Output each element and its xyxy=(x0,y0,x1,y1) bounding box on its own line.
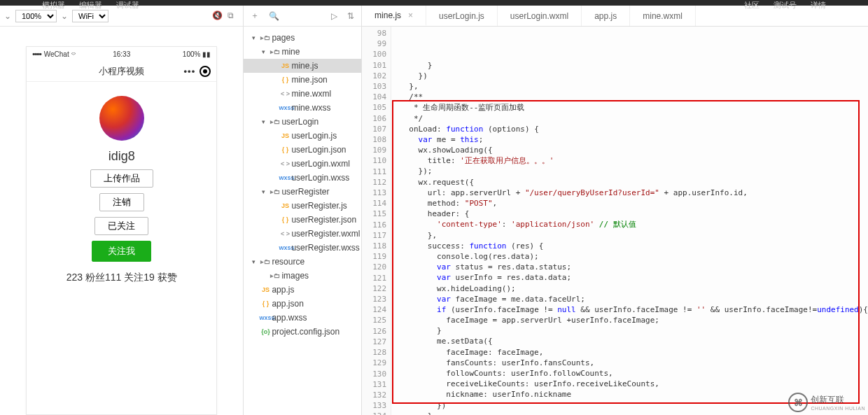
code-line[interactable]: fansCounts: userInfo.fansCounts, xyxy=(400,358,868,368)
code-line[interactable]: var userInfo = res.data.data; xyxy=(400,272,868,283)
tree-item-userLogin[interactable]: ▾▸🗀userLogin xyxy=(244,115,361,129)
folder-icon: ▸🗀 xyxy=(269,48,281,55)
tree-item-userLogin-json[interactable]: { }userLogin.json xyxy=(244,143,361,157)
add-file-icon[interactable]: ＋ xyxy=(251,10,259,22)
code-line[interactable]: faceImage = app.serverUrl +userInfo.face… xyxy=(400,315,868,325)
tree-item-mine-js[interactable]: JSmine.js xyxy=(244,59,361,73)
code-line[interactable]: 'content-type': 'application/json' // 默认… xyxy=(400,219,868,230)
code-line[interactable]: } xyxy=(400,325,868,336)
tree-item-project-config-json[interactable]: {o}project.config.json xyxy=(244,325,361,339)
status-time: 16:33 xyxy=(113,50,130,58)
file-tree[interactable]: ▾▸🗀pages▾▸🗀mineJSmine.js{ }mine.json< >m… xyxy=(244,27,361,415)
avatar[interactable] xyxy=(99,96,144,141)
like-count: 19 获赞 xyxy=(144,272,176,284)
tree-item-userRegister-wxml[interactable]: < >userRegister.wxml xyxy=(244,227,361,241)
code-line[interactable]: /** xyxy=(400,92,868,102)
menu-community[interactable]: 社区 xyxy=(744,0,760,6)
tree-item-resource[interactable]: ▾▸🗀resource xyxy=(244,255,361,269)
logout-button[interactable]: 注销 xyxy=(99,193,144,211)
code-line[interactable]: receiveLikeCounts: userInfo.receiveLikeC… xyxy=(400,379,868,389)
tree-item-userRegister-wxss[interactable]: wxssuserRegister.wxss xyxy=(244,241,361,255)
tree-item-userLogin-wxml[interactable]: < >userLogin.wxml xyxy=(244,157,361,171)
code-line[interactable]: url: app.serverUrl + "/user/queryByUserI… xyxy=(400,188,868,198)
tree-item-mine-wxml[interactable]: < >mine.wxml xyxy=(244,87,361,101)
menu-editor[interactable]: 编辑器 xyxy=(79,0,102,6)
code-line[interactable]: var status = res.data.status; xyxy=(400,262,868,272)
code-line[interactable]: me.setData({ xyxy=(400,336,868,346)
mute-icon[interactable]: 🔇 xyxy=(212,10,223,22)
code-line[interactable]: faceImage: faceImage, xyxy=(400,347,868,358)
code-line[interactable]: */ xyxy=(400,113,868,124)
code-line[interactable]: wx.showLoading({ xyxy=(400,145,868,155)
tab-label: userLogin.wxml xyxy=(510,11,568,21)
tree-toolbar: ＋ 🔍 ▷ ⇅ xyxy=(244,6,361,27)
tab-userLogin-js[interactable]: userLogin.js xyxy=(426,6,498,26)
config-icon: {o} xyxy=(259,328,272,335)
tree-item-userRegister[interactable]: ▾▸🗀userRegister xyxy=(244,185,361,199)
code-line[interactable]: title: '正在获取用户信息。。。' xyxy=(400,155,868,166)
code-line[interactable]: }); xyxy=(400,166,868,176)
code-line[interactable]: var faceImage = me.data.faceUrl; xyxy=(400,294,868,304)
code-line[interactable]: wx.hideLoading(); xyxy=(400,283,868,294)
code-line[interactable]: if (userInfo.faceImage != null && userIn… xyxy=(400,304,868,315)
fans-count: 223 粉丝 xyxy=(66,272,105,284)
stats-row: 223 粉丝 111 关注 19 获赞 xyxy=(59,272,184,294)
watermark-logo-icon: ⌘ xyxy=(788,393,808,412)
tree-item-userLogin-js[interactable]: JSuserLogin.js xyxy=(244,129,361,143)
menu-details[interactable]: 详情 xyxy=(811,0,826,6)
menu-dots-icon[interactable]: ••• xyxy=(184,66,196,76)
tree-item-userRegister-js[interactable]: JSuserRegister.js xyxy=(244,199,361,213)
search-icon[interactable]: 🔍 xyxy=(269,11,279,21)
code-line[interactable]: header: { xyxy=(400,209,868,219)
target-icon[interactable] xyxy=(200,66,211,77)
dock-icon[interactable]: ⧉ xyxy=(227,10,239,22)
tree-item-label: mine.wxml xyxy=(291,89,331,99)
tree-item-userLogin-wxss[interactable]: wxssuserLogin.wxss xyxy=(244,171,361,185)
tree-item-userRegister-json[interactable]: { }userRegister.json xyxy=(244,213,361,227)
upload-button[interactable]: 上传作品 xyxy=(90,169,153,188)
close-icon[interactable]: × xyxy=(408,10,413,20)
menu-debugger[interactable]: 调试器 xyxy=(116,0,139,6)
toggle-icon[interactable]: ⇅ xyxy=(347,11,354,21)
code-content[interactable]: } }) }, /** * 生命周期函数--监听页面加载 */ onLoad: … xyxy=(391,27,868,415)
chevron-down-icon[interactable]: ⌄ xyxy=(61,11,68,21)
menu-simulator[interactable]: 模拟器 xyxy=(42,0,65,6)
code-line[interactable]: onLoad: function (options) { xyxy=(400,124,868,134)
zoom-select[interactable]: 100% xyxy=(15,10,57,22)
tree-item-images[interactable]: ▸🗀images xyxy=(244,269,361,283)
tab-mine-js[interactable]: mine.js× xyxy=(362,6,426,26)
code-line[interactable]: * 生命周期函数--监听页面加载 xyxy=(400,102,868,113)
code-line[interactable]: }, xyxy=(400,81,868,92)
code-line[interactable]: wx.request({ xyxy=(400,177,868,188)
tree-item-mine-json[interactable]: { }mine.json xyxy=(244,73,361,87)
code-line[interactable]: method: "POST", xyxy=(400,198,868,209)
network-select[interactable]: WiFi xyxy=(72,10,108,22)
tree-item-label: project.config.json xyxy=(272,327,340,337)
play-icon[interactable]: ▷ xyxy=(331,11,337,21)
tree-item-app-js[interactable]: JSapp.js xyxy=(244,283,361,297)
chevron-down-icon[interactable]: ⌄ xyxy=(4,11,11,21)
tab-app-js[interactable]: app.js xyxy=(582,6,630,26)
code-line[interactable]: console.log(res.data); xyxy=(400,251,868,262)
tab-userLogin-wxml[interactable]: userLogin.wxml xyxy=(498,6,582,26)
tree-item-app-wxss[interactable]: wxssapp.wxss xyxy=(244,311,361,325)
code-line[interactable]: } xyxy=(400,60,868,71)
menu-testid[interactable]: 测试号 xyxy=(774,0,797,6)
tree-item-label: userLogin.json xyxy=(291,145,346,155)
tab-mine-wxml[interactable]: mine.wxml xyxy=(630,6,696,26)
follow-button[interactable]: 关注我 xyxy=(92,241,151,262)
tree-item-mine[interactable]: ▾▸🗀mine xyxy=(244,45,361,59)
tree-item-label: mine.json xyxy=(291,75,327,85)
code-line[interactable]: var me = this; xyxy=(400,134,868,145)
code-area[interactable]: 9899100101102103104105106107108109110111… xyxy=(362,27,868,415)
tree-item-pages[interactable]: ▾▸🗀pages xyxy=(244,31,361,45)
code-line[interactable]: }) xyxy=(400,71,868,81)
code-line[interactable]: success: function (res) { xyxy=(400,241,868,251)
code-line[interactable]: }, xyxy=(400,230,868,241)
tree-item-app-json[interactable]: { }app.json xyxy=(244,297,361,311)
tree-item-mine-wxss[interactable]: wxssmine.wxss xyxy=(244,101,361,115)
follow-count: 111 关注 xyxy=(105,272,144,284)
code-line[interactable]: followCounts: userInfo.followCounts, xyxy=(400,368,868,379)
tree-item-label: userRegister xyxy=(281,187,329,197)
followed-button[interactable]: 已关注 xyxy=(94,217,148,235)
